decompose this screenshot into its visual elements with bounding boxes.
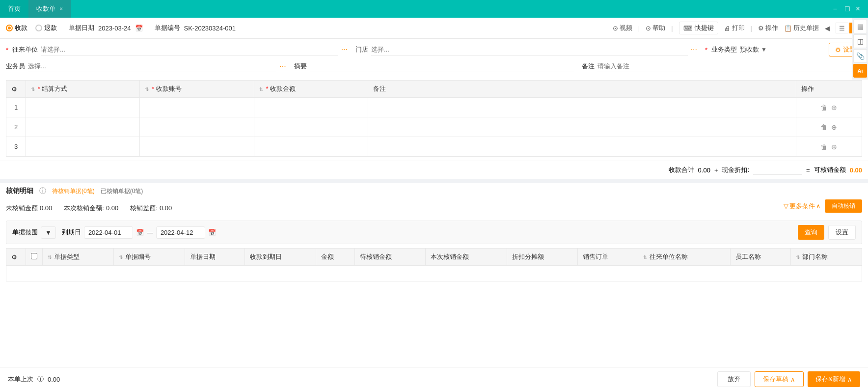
calendar-start-icon[interactable]: 📅 <box>136 229 144 236</box>
date-calendar-icon[interactable]: 📅 <box>135 25 143 32</box>
more-conditions-label: 更多条件 <box>789 202 815 211</box>
staff-label: 业务员 <box>6 62 25 71</box>
nav-prev-icon[interactable]: ◀ <box>825 25 830 32</box>
biz-type-field-group: * 业务类型 预收款 ▼ ⚙ 设置 <box>705 43 862 56</box>
staff-input[interactable] <box>28 60 276 72</box>
operations-label: 操作 <box>765 24 778 32</box>
delete-icon[interactable]: 🗑 <box>820 123 827 131</box>
kuaijian-label: 快捷键 <box>695 24 714 32</box>
radio-shoukuan[interactable]: 收款 <box>6 24 27 32</box>
save-new-btn[interactable]: 保存&新增 ∧ <box>808 371 860 387</box>
sidebar-clip-icon[interactable]: 📎 <box>853 49 867 63</box>
plus-sign: + <box>714 167 718 174</box>
filter-icon: ▽ <box>784 202 788 210</box>
copy-icon[interactable]: ⊕ <box>831 123 837 131</box>
kuaijian-icon: ⌨ <box>683 25 693 32</box>
abstract-input[interactable] <box>310 60 574 72</box>
operations-btn[interactable]: ⚙ 操作 <box>758 24 778 32</box>
sidebar-doc-icon[interactable]: ◫ <box>853 34 867 48</box>
store-input[interactable] <box>371 44 688 56</box>
staff-more-icon[interactable]: ··· <box>279 62 286 71</box>
setting-btn[interactable]: 设置 <box>828 225 856 240</box>
th-amount: ⇅ * 收款金额 <box>254 81 368 98</box>
row-remark-1[interactable] <box>368 98 796 117</box>
radio-tuikuan[interactable]: 退款 <box>35 24 57 32</box>
copy-icon[interactable]: ⊕ <box>831 104 837 112</box>
hexiao-info-icon[interactable]: ⓘ <box>39 187 46 196</box>
biztype-select[interactable]: 预收款 ▼ <box>740 45 767 54</box>
bth-due-date: 收款到期日 <box>245 249 316 266</box>
row-amount-2[interactable] <box>254 117 368 137</box>
tab-shoukuan[interactable]: 收款单 × <box>28 0 71 18</box>
sort-icon: ⇅ <box>145 86 149 92</box>
view-list-icon[interactable]: ☰ <box>836 23 848 33</box>
partner-more-icon[interactable]: ··· <box>341 45 348 54</box>
row-amount-3[interactable] <box>254 137 368 157</box>
row-settlement-3[interactable] <box>26 137 140 157</box>
more-conditions-btn[interactable]: ▽ 更多条件 ∧ <box>784 202 821 211</box>
bense-info-icon[interactable]: ⓘ <box>37 375 44 384</box>
cash-discount-input[interactable] <box>753 165 802 175</box>
row-remark-3[interactable] <box>368 137 796 157</box>
row-settlement-1[interactable] <box>26 98 140 117</box>
remark-input[interactable] <box>597 60 862 72</box>
tab-close-icon[interactable]: × <box>59 5 63 12</box>
bth-number-label: 单据编号 <box>125 253 151 260</box>
row-account-1[interactable] <box>140 98 254 117</box>
done-tab[interactable]: 已核销单据(0笔) <box>101 187 143 196</box>
row-amount-1[interactable] <box>254 98 368 117</box>
partner-input[interactable] <box>41 44 338 56</box>
store-more-icon[interactable]: ··· <box>691 45 697 54</box>
radio-tuikuan-label: 退款 <box>44 24 57 32</box>
window-min-btn[interactable]: － <box>831 4 839 14</box>
bth-amount-label: 金额 <box>321 253 334 260</box>
tab-home[interactable]: 首页 <box>0 0 28 18</box>
abandon-btn[interactable]: 放弃 <box>717 371 751 387</box>
window-close-btn[interactable]: × <box>856 4 860 13</box>
help-label: 帮助 <box>652 24 665 32</box>
row-remark-2[interactable] <box>368 117 796 137</box>
kuaijian-btn[interactable]: ⌨ 快捷键 <box>679 22 718 34</box>
bth-checkbox[interactable] <box>26 249 43 266</box>
row-settlement-2[interactable] <box>26 117 140 137</box>
calendar-end-icon[interactable]: 📅 <box>208 229 216 236</box>
query-btn[interactable]: 查询 <box>798 225 824 240</box>
sidebar-table-icon[interactable]: ▦ <box>853 20 867 33</box>
hexiao-header: 核销明细 ⓘ 待核销单据(0笔) 已核销单据(0笔) <box>6 187 862 196</box>
row-account-3[interactable] <box>140 137 254 157</box>
bth-partner: ⇅ 往来单位名称 <box>638 249 731 266</box>
bottom-table: ⚙ ⇅ 单据类型 ⇅ 单据编号 单据日期 <box>6 248 862 281</box>
history-label: 历史单据 <box>793 24 819 32</box>
delete-icon[interactable]: 🗑 <box>820 143 827 151</box>
entry-table: ⚙ ⇅ * 结算方式 ⇅ * 收款账号 ⇅ * 收款 <box>6 80 862 157</box>
sidebar-ai-icon[interactable]: Ai <box>853 64 867 78</box>
pending-tab[interactable]: 待核销单据(0笔) <box>52 187 95 196</box>
current-value: 0.00 <box>106 204 118 212</box>
video-btn[interactable]: ⊙ 视频 <box>613 24 632 32</box>
draft-btn[interactable]: 保存草稿 ∧ <box>755 371 804 387</box>
video-label: 视频 <box>620 24 632 32</box>
select-all-checkbox[interactable] <box>31 253 37 259</box>
bth-date: 单据日期 <box>185 249 245 266</box>
row-account-2[interactable] <box>140 117 254 137</box>
equals-sign: = <box>806 167 810 174</box>
date-field: 单据日期 2023-03-24 📅 <box>69 24 143 32</box>
bth-settings[interactable]: ⚙ <box>6 249 26 266</box>
history-btn[interactable]: 📋 历史单据 <box>784 24 819 32</box>
store-field-group: 门店 ··· <box>355 44 697 56</box>
print-btn[interactable]: 🖨 打印 <box>724 24 745 32</box>
diff-value: 0.00 <box>160 204 172 212</box>
bth-discount-label: 折扣分摊额 <box>512 253 544 260</box>
th-settings[interactable]: ⚙ <box>6 81 26 98</box>
th-account-label: 收款账号 <box>156 85 182 92</box>
copy-icon[interactable]: ⊕ <box>831 143 837 151</box>
window-max-btn[interactable]: □ <box>845 4 850 13</box>
range-select[interactable]: ▼ <box>41 226 56 239</box>
help-btn[interactable]: ⊙ 帮助 <box>646 24 665 32</box>
due-date-start[interactable] <box>84 226 133 239</box>
auto-hexiao-btn[interactable]: 自动核销 <box>825 199 862 213</box>
due-date-end[interactable] <box>156 226 205 239</box>
row-action-3: 🗑 ⊕ <box>796 137 862 157</box>
bth-settings-icon: ⚙ <box>11 253 17 261</box>
delete-icon[interactable]: 🗑 <box>820 104 827 112</box>
